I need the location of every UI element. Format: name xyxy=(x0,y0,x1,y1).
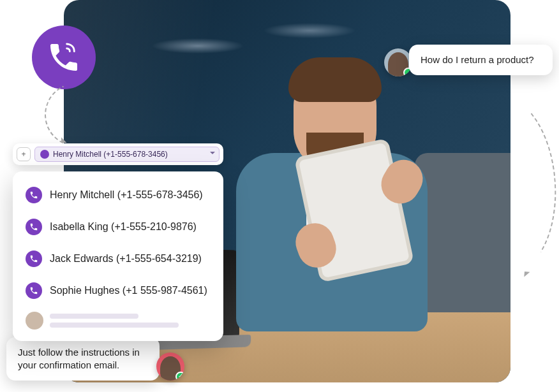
plus-icon: + xyxy=(21,150,26,159)
contact-option[interactable]: Sophie Hughes (+1 555-987-4561) xyxy=(13,275,223,307)
add-contact-button[interactable]: + xyxy=(17,147,31,161)
contact-option[interactable]: Isabella King (+1-555-210-9876) xyxy=(13,211,223,243)
agent-message-bubble: Just follow the instructions in your con… xyxy=(6,337,160,381)
contact-option-label: Jack Edwards (+1-555-654-3219) xyxy=(50,253,202,265)
viber-logo-badge xyxy=(32,25,96,89)
text-placeholder xyxy=(50,314,138,319)
contact-picker-bar: + Henry Mitchell (+1-555-678-3456) xyxy=(13,143,223,165)
contact-option-placeholder xyxy=(13,307,223,330)
viber-icon xyxy=(26,250,42,267)
viber-icon xyxy=(26,282,42,299)
avatar-placeholder xyxy=(26,312,43,330)
customer-avatar xyxy=(384,48,412,76)
contact-option-label: Henry Mitchell (+1-555-678-3456) xyxy=(50,189,203,201)
contact-picker: + Henry Mitchell (+1-555-678-3456) Henry… xyxy=(13,143,223,341)
viber-icon xyxy=(26,219,42,235)
viber-icon xyxy=(26,187,42,203)
person xyxy=(211,38,453,331)
contact-option[interactable]: Henry Mitchell (+1-555-678-3456) xyxy=(13,179,223,211)
contact-option[interactable]: Jack Edwards (+1-555-654-3219) xyxy=(13,243,223,275)
contact-dropdown-list: Henry Mitchell (+1-555-678-3456) Isabell… xyxy=(13,171,223,341)
customer-message-text: How do I return a product? xyxy=(421,54,534,65)
customer-message-bubble: How do I return a product? xyxy=(409,45,553,75)
chevron-down-icon xyxy=(210,152,215,157)
marketing-hero: How do I return a product? Just follow t… xyxy=(0,0,559,392)
agent-avatar xyxy=(156,352,184,381)
text-placeholder xyxy=(50,323,179,328)
selected-contact-chip[interactable]: Henry Mitchell (+1-555-678-3456) xyxy=(34,147,220,162)
viber-icon xyxy=(40,150,49,159)
contact-option-label: Isabella King (+1-555-210-9876) xyxy=(50,221,197,233)
agent-message-text: Just follow the instructions in your con… xyxy=(18,347,140,370)
contact-option-label: Sophie Hughes (+1 555-987-4561) xyxy=(50,285,207,296)
viber-icon xyxy=(46,40,82,75)
selected-contact-label: Henry Mitchell (+1-555-678-3456) xyxy=(53,150,168,159)
